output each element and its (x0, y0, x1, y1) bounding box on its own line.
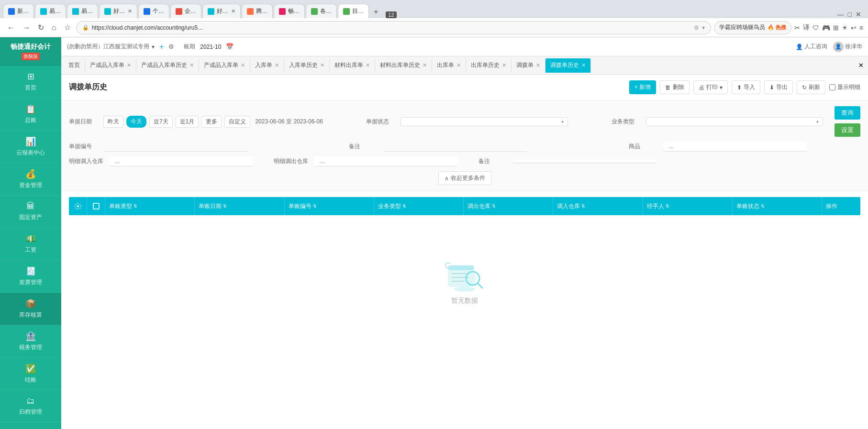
sidebar-item-closing[interactable]: ✅ 结账 (0, 358, 61, 390)
company-selector[interactable]: (勿删勿禁用）江西服宝测试专用 ▾ (67, 43, 155, 51)
menu-icon[interactable]: ≡ (859, 24, 863, 32)
page-tab-material-out[interactable]: 材料出库单 ✕ (330, 58, 375, 73)
sidebar-item-funds[interactable]: 💰 资金管理 (0, 163, 61, 196)
page-tab-product-in[interactable]: 产成品入库单 ✕ (85, 58, 136, 73)
forward-button[interactable]: → (20, 22, 33, 33)
query-button[interactable]: 查询 (835, 106, 860, 120)
calendar-icon[interactable]: 📅 (226, 43, 234, 50)
th-gear[interactable] (69, 197, 87, 215)
browser-search-bar[interactable]: 学霸应聘场驱鸟员 🔥 热搜 (714, 21, 791, 34)
goods-select[interactable]: … (663, 142, 807, 152)
print-dropdown-icon[interactable]: ▾ (720, 84, 723, 91)
export-button[interactable]: ⬇ 导出 (764, 80, 793, 94)
sidebar-item-archive[interactable]: 🗂 归档管理 (0, 390, 61, 422)
tab-close-in[interactable]: ✕ (275, 62, 279, 68)
maximize-button[interactable]: □ (848, 11, 852, 18)
browser-tab-2[interactable]: 易… (35, 4, 66, 18)
remark2-select[interactable] (513, 160, 657, 163)
settings-filter-button[interactable]: 设置 (835, 123, 860, 137)
from-wh-select[interactable]: … (109, 156, 253, 166)
new-button[interactable]: + 新增 (629, 80, 656, 94)
address-dropdown-icon[interactable]: ▾ (702, 24, 705, 31)
page-tab-product-in-hist[interactable]: 产成品入库单历史 ✕ (136, 58, 199, 73)
to-wh-select[interactable]: … (314, 156, 457, 166)
from-wh-more[interactable]: … (114, 158, 120, 165)
tab-close-product-in[interactable]: ✕ (127, 62, 131, 68)
import-button[interactable]: ⬆ 导入 (732, 80, 760, 94)
date-btn-7days[interactable]: 近7天 (149, 116, 173, 128)
browser-tab-8[interactable]: 腾… (242, 4, 273, 18)
service-button[interactable]: 👤 人工咨询 (796, 43, 827, 51)
th-checkbox[interactable] (87, 197, 105, 215)
sort-out-wh[interactable]: ⇅ (492, 204, 496, 209)
status-select[interactable]: ▾ (401, 117, 568, 126)
page-tab-in-hist[interactable]: 入库单历史 ✕ (284, 58, 330, 73)
tab-close-transfer-hist[interactable]: ✕ (581, 62, 586, 68)
browser-tab-5[interactable]: 个… (138, 4, 169, 18)
display-checkbox[interactable] (829, 84, 835, 90)
browser-tab-9[interactable]: 畅… (274, 4, 305, 18)
docno-input[interactable] (103, 142, 247, 152)
delete-button[interactable]: 🗑 删除 (660, 80, 690, 94)
sidebar-item-ledger[interactable]: 📋 总账 (0, 98, 61, 131)
page-tab-product-in2[interactable]: 产成品入库单 ✕ (199, 58, 250, 73)
page-tab-home[interactable]: 首页 (64, 58, 85, 73)
company-settings-icon[interactable]: ⚙ (168, 43, 174, 50)
select-all-checkbox[interactable] (93, 203, 100, 209)
collapse-button[interactable]: ∧ 收起更多条件 (438, 171, 491, 185)
sort-handler[interactable]: ⇅ (666, 204, 669, 209)
sidebar-item-reports[interactable]: 📊 云报表中心 (0, 131, 61, 163)
goods-more-btn[interactable]: … (668, 143, 674, 150)
print-button[interactable]: 🖨 打印 ▾ (693, 80, 728, 94)
page-tab-out-hist[interactable]: 出库单历史 ✕ (466, 58, 512, 73)
add-company-button[interactable]: + (159, 43, 164, 51)
page-tab-in[interactable]: 入库单 ✕ (250, 58, 284, 73)
tab-close-4[interactable]: ✕ (128, 8, 132, 14)
home-button[interactable]: ⌂ (49, 22, 59, 33)
tab-close-product-in-hist[interactable]: ✕ (189, 62, 194, 68)
minimize-button[interactable]: — (837, 11, 844, 18)
remark-input[interactable] (383, 142, 527, 152)
close-window-button[interactable]: ✕ (856, 11, 861, 18)
display-toggle[interactable]: 显示明细 (829, 83, 860, 91)
tab-bar-close[interactable]: ✕ (858, 62, 866, 69)
tab-close-7[interactable]: ✕ (231, 8, 235, 14)
sidebar-item-wages[interactable]: 💵 工资 (0, 228, 61, 260)
date-btn-more[interactable]: 更多 (201, 116, 222, 128)
sidebar-item-assets[interactable]: 🏛 固定资产 (0, 196, 61, 228)
user-avatar[interactable]: 👤 徐泽华 (833, 42, 862, 52)
browser-tab-11[interactable]: 目… (338, 4, 369, 18)
refresh-button[interactable]: ↻ 刷新 (797, 80, 825, 94)
date-btn-yesterday[interactable]: 昨天 (103, 116, 123, 128)
sort-doc-type[interactable]: ⇅ (134, 204, 137, 209)
reload-button[interactable]: ↻ (35, 22, 46, 33)
sidebar-item-home[interactable]: ⊞ 首页 (0, 66, 61, 98)
tab-close-out[interactable]: ✕ (456, 62, 461, 68)
sidebar-item-tax[interactable]: 🏦 税务管理 (0, 325, 61, 358)
biz-type-select[interactable]: ▾ (646, 117, 823, 126)
tab-close-material-out-hist[interactable]: ✕ (423, 62, 427, 68)
sort-doc-date[interactable]: ⇅ (223, 204, 227, 209)
tab-close-product-in2[interactable]: ✕ (241, 62, 245, 68)
address-input[interactable]: 🔒 https://cloud.chanjet.com/accounting/u… (76, 21, 711, 34)
page-tab-out[interactable]: 出库单 ✕ (432, 58, 466, 73)
tab-close-material-out[interactable]: ✕ (366, 62, 370, 68)
page-tab-material-out-hist[interactable]: 材料出库单历史 ✕ (375, 58, 432, 73)
sort-doc-no[interactable]: ⇅ (313, 204, 317, 209)
back-button[interactable]: ← (5, 22, 17, 33)
browser-tab-6[interactable]: 企… (170, 4, 201, 18)
to-wh-more[interactable]: … (319, 158, 325, 165)
browser-tab-4[interactable]: 好… ✕ (99, 4, 137, 18)
new-tab-button[interactable]: + (370, 6, 382, 18)
browser-tab-1[interactable]: 新… (3, 4, 34, 18)
sidebar-item-settings[interactable]: ⚙ 基础设置 (0, 422, 61, 429)
bookmark-button[interactable]: ☆ (62, 22, 73, 33)
sidebar-item-inventory[interactable]: 📦 库存核算 (0, 293, 61, 325)
tab-close-transfer[interactable]: ✕ (536, 62, 540, 68)
sort-doc-status[interactable]: ⇅ (761, 204, 765, 209)
tab-close-out-hist[interactable]: ✕ (502, 62, 506, 68)
page-tab-transfer[interactable]: 调拨单 ✕ (512, 58, 545, 73)
browser-tab-7[interactable]: 好… ✕ (202, 4, 241, 18)
company-dropdown-icon[interactable]: ▾ (152, 44, 155, 50)
browser-tab-3[interactable]: 易… (67, 4, 98, 18)
